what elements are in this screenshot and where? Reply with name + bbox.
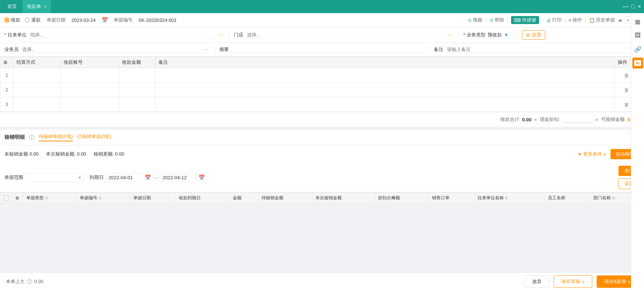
win-close-icon[interactable]: ×	[638, 3, 641, 10]
divider-5	[429, 45, 429, 54]
sidebar-ai-icon[interactable]: Ai	[632, 58, 643, 68]
verify-header: 核销明细 i 待核销单据(0笔) 已核销单据(0笔)	[0, 130, 644, 145]
counterpart-more-btn[interactable]: ···	[217, 32, 225, 38]
abandon-button[interactable]: 放弃	[525, 275, 549, 288]
sort-icon-2[interactable]: ⇅	[98, 196, 101, 200]
calendar-to-icon[interactable]: 📅	[199, 175, 205, 180]
save-arrow-icon: ∨	[628, 279, 631, 284]
stat-unchecked: 未核销金额 0.00	[4, 151, 39, 157]
ai-label: Ai	[634, 60, 641, 66]
counterpart-input[interactable]	[29, 31, 215, 39]
radio-tuikuan[interactable]: 退款	[25, 17, 41, 23]
fields-row-2: 业务员 ··· 摘要 备注	[0, 43, 644, 56]
row1-account[interactable]	[61, 68, 119, 83]
row1-delete-icon[interactable]: 🗑	[624, 72, 629, 78]
row1-amount[interactable]	[119, 68, 156, 83]
nav-tab-shoukuan[interactable]: 收款单 ×	[23, 0, 51, 13]
date-filter-label: 到期日	[90, 174, 104, 181]
th-doc-num: 单据编号 ⇅	[76, 193, 130, 204]
th-counterpart: 往来单位名称 ⇅	[474, 193, 545, 204]
shop-input[interactable]	[246, 31, 444, 39]
row2-amount[interactable]	[119, 83, 156, 97]
setting-button[interactable]: ⚙ 设置	[522, 30, 545, 40]
th-doc-date: 单据日期	[130, 193, 176, 204]
verify-info-icon[interactable]: i	[29, 135, 34, 140]
discount-input[interactable]	[563, 116, 592, 123]
range-select[interactable]	[25, 173, 84, 182]
tab-done[interactable]: 已核销单据(0笔)	[77, 133, 111, 141]
row2-remark[interactable]	[156, 83, 615, 97]
total-label: 收款合计	[500, 116, 519, 123]
more-conditions-btn[interactable]: ▼ 更多条件 ∧	[577, 151, 607, 157]
action-shortcut[interactable]: ⌨ 快捷键	[511, 16, 539, 24]
sort-icon-3[interactable]: ⇅	[505, 196, 508, 200]
staff-field-group: 业务员 ···	[4, 46, 210, 53]
radio-shoukuan[interactable]: 收款	[4, 17, 20, 23]
tab-pending[interactable]: 待核销单据(0笔)	[39, 133, 73, 141]
nav-prev-icon[interactable]: ◀	[618, 17, 621, 23]
select-all-checkbox[interactable]	[3, 195, 9, 201]
row3-amount[interactable]	[119, 97, 156, 112]
win-minimize-icon[interactable]: —	[623, 3, 628, 10]
footer-padding	[0, 204, 644, 226]
row3-settle[interactable]	[13, 97, 61, 112]
verify-stats: 未核销金额 0.00 本次核销金额: 0.00 核销差额: 0.00 ▼ 更多条…	[0, 145, 644, 163]
th-doc-type: 单据类型 ⇅	[23, 193, 77, 204]
calendar-icon[interactable]: 📅	[102, 17, 108, 23]
net-label: 可核销金额	[601, 116, 625, 123]
row3-remark[interactable]	[156, 97, 615, 112]
staff-input[interactable]	[21, 46, 200, 53]
shop-more-btn[interactable]: ···	[447, 32, 454, 38]
sort-icon-1[interactable]: ⇅	[45, 196, 48, 200]
shop-label: 门店	[234, 32, 243, 38]
row3-delete-icon[interactable]: 🗑	[624, 102, 629, 107]
th-checkbox	[0, 193, 12, 204]
date-from-input[interactable]	[106, 173, 142, 182]
row1-settle[interactable]	[13, 68, 61, 83]
sidebar-image-icon[interactable]: 🖼	[632, 30, 643, 41]
window-controls: — □ ×	[623, 3, 641, 10]
business-type-dropdown[interactable]: ▼	[504, 32, 508, 38]
staff-more-btn[interactable]: ···	[202, 46, 210, 53]
video-icon: ⊙	[468, 17, 472, 23]
row1-remark[interactable]	[156, 68, 615, 83]
row2-account[interactable]	[61, 83, 119, 97]
divider-3	[515, 31, 515, 39]
sidebar-table-icon[interactable]: ▦	[632, 16, 643, 27]
type-radio-group: 收款 退款	[4, 17, 41, 23]
calendar-from-icon[interactable]: 📅	[145, 175, 151, 180]
win-maximize-icon[interactable]: □	[631, 3, 635, 10]
th-sales-order: 销售订单	[429, 193, 474, 204]
row3-account[interactable]	[61, 97, 119, 112]
action-print[interactable]: 🖨 打印	[546, 17, 562, 23]
summary-input[interactable]	[231, 46, 425, 53]
date-filter-item: 到期日 📅 — 📅	[90, 173, 205, 182]
form-card: 收款 退款 单据日期 2023-03-24 📅 单据编号 SK-20230324…	[0, 13, 644, 127]
th-settings[interactable]: ⚙	[0, 57, 13, 68]
action-history[interactable]: 📋 历史单据	[589, 17, 615, 23]
action-video[interactable]: ⊙ 视频	[468, 17, 482, 23]
remark-input[interactable]	[445, 46, 640, 53]
date-label: 单据日期	[47, 17, 66, 23]
main-content: 收款 退款 单据日期 2023-03-24 📅 单据编号 SK-20230324…	[0, 13, 644, 290]
table-row: 2 🗑 ⧉	[0, 83, 644, 97]
nav-home[interactable]: 首页	[3, 0, 21, 13]
tab-close-icon[interactable]: ×	[44, 4, 47, 9]
footer-info: 本单上欠 ? 0.00	[6, 278, 43, 285]
save-draft-button[interactable]: 保存草稿 ∨	[554, 275, 592, 288]
sidebar-link-icon[interactable]: 🔗	[632, 44, 643, 55]
date-to-input[interactable]	[160, 173, 196, 182]
summary-label: 摘要	[219, 46, 229, 53]
summary-field-group: 摘要	[219, 46, 425, 53]
footer-info-icon[interactable]: ?	[27, 279, 32, 284]
sort-icon-4[interactable]: ⇅	[612, 196, 615, 200]
action-help[interactable]: ⊙ 帮助	[490, 17, 504, 23]
th-settings-bottom[interactable]: ⚙	[12, 193, 23, 204]
row2-settle[interactable]	[13, 83, 61, 97]
row2-delete-icon[interactable]: 🗑	[624, 87, 629, 93]
th-staff: 员工名称	[545, 193, 590, 204]
action-operation[interactable]: ≡ 操作	[569, 17, 582, 23]
layout-lines-icon[interactable]: ≡	[624, 16, 632, 24]
th-account: 收款账号	[61, 57, 119, 68]
stat-current: 本次核销金额: 0.00	[46, 151, 86, 157]
